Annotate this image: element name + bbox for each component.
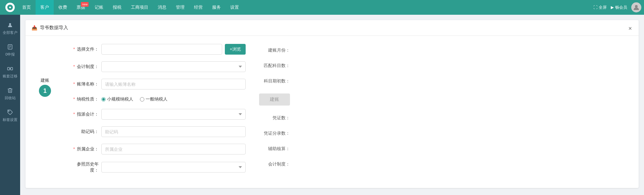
accountant-select[interactable]	[101, 109, 246, 120]
memo-label: 助记码：	[71, 129, 101, 135]
report-icon	[6, 43, 14, 51]
info-aux-account: 辅助核算：	[259, 146, 346, 152]
info-voucher-entries-label: 凭证分录数：	[259, 130, 293, 136]
svg-rect-7	[8, 67, 10, 70]
info-voucher-entries: 凭证分录数：	[259, 130, 346, 136]
radio-small-taxpayer[interactable]: 小规模纳税人	[101, 96, 133, 102]
create-account-button[interactable]: 建账	[259, 93, 290, 106]
sidebar-item-tag[interactable]: 标签设置	[0, 105, 20, 126]
info-subject-init-label: 科目期初数：	[259, 78, 293, 84]
ledger-name-input[interactable]	[101, 79, 246, 89]
nav-invoice[interactable]: 票据 new	[72, 0, 90, 15]
history-year-row: 参照历史年度：	[71, 161, 246, 173]
info-voucher: 凭证数：	[259, 115, 346, 121]
sidebar: 全部客户 0申报 账套迁移	[0, 15, 20, 195]
close-button[interactable]: ×	[627, 24, 633, 33]
nav-ledger[interactable]: 记账	[90, 0, 108, 15]
info-month: 建账月份：	[259, 47, 346, 53]
tax-radio-group: 小规模纳税人 一般纳税人	[101, 96, 246, 102]
nav-service[interactable]: 服务	[207, 0, 226, 15]
file-label: * 选择文件：	[71, 46, 101, 52]
migrate-icon	[6, 65, 14, 72]
dialog-body: 建账 1 * 选择文件： +浏览	[26, 36, 639, 188]
fullscreen-icon: ⛶	[593, 5, 597, 10]
accountant-row: * 指派会计：	[71, 109, 246, 120]
accountant-label: * 指派会计：	[71, 111, 101, 117]
file-row: * 选择文件： +浏览	[71, 44, 246, 55]
info-accounting2-label: 会计制度：	[259, 161, 293, 167]
info-match: 匹配科目数：	[259, 63, 346, 69]
radio-general-taxpayer[interactable]: 一般纳税人	[140, 96, 167, 102]
nav-operation[interactable]: 经营	[189, 0, 207, 15]
sidebar-item-recycle[interactable]: 回收站	[0, 83, 20, 104]
fullscreen-btn[interactable]: ⛶ 全屏	[593, 5, 607, 10]
tag-icon	[6, 109, 14, 116]
logo[interactable]	[3, 0, 17, 15]
sidebar-item-migrate[interactable]: 账套迁移	[0, 62, 20, 82]
trash-icon	[6, 87, 14, 94]
sidebar-item-all-clients[interactable]: 全部客户	[0, 18, 20, 39]
file-input-group: +浏览	[101, 44, 246, 55]
company-label: * 所属企业：	[71, 146, 101, 152]
file-input[interactable]	[101, 44, 222, 55]
tax-type-row: * 纳税性质： 小规模纳税人 一般纳税人	[71, 96, 246, 102]
dialog-panel: 📥 导爷数据导入 × 建账 1	[26, 20, 639, 188]
nav-home[interactable]: 首页	[17, 0, 36, 15]
svg-point-9	[8, 111, 9, 111]
import-icon: 📥	[32, 25, 37, 30]
nav-tax[interactable]: 报税	[108, 0, 126, 15]
company-input[interactable]	[101, 144, 246, 154]
step-section: 建账 1	[39, 44, 58, 180]
main-layout: 全部客户 0申报 账套迁移	[0, 15, 644, 195]
info-section: 建账月份： 匹配科目数： 科目期初数： 建账	[259, 44, 346, 180]
ledger-name-row: * 账簿名称：	[71, 79, 246, 89]
accounting-system-label: * 会计制度：	[71, 64, 101, 70]
info-aux-label: 辅助核算：	[259, 146, 293, 152]
member-icon: ▶	[611, 5, 614, 10]
dialog-header: 📥 导爷数据导入	[26, 20, 639, 36]
svg-point-2	[9, 23, 11, 25]
info-accounting-system2: 会计制度：	[259, 161, 346, 167]
new-badge: new	[81, 2, 89, 7]
info-voucher-label: 凭证数：	[259, 115, 293, 121]
company-row: * 所属企业：	[71, 144, 246, 154]
accounting-system-select[interactable]	[101, 61, 246, 72]
nav-bizproject[interactable]: 工商项目	[126, 0, 153, 15]
nav-message[interactable]: 消息	[153, 0, 171, 15]
memo-row: 助记码：	[71, 126, 246, 137]
memo-input[interactable]	[101, 126, 246, 137]
history-year-label: 参照历史年度：	[71, 161, 101, 173]
step-label: 建账	[41, 77, 49, 83]
step-badge: 建账 1	[39, 77, 51, 97]
info-match-label: 匹配科目数：	[259, 63, 293, 69]
nav-client[interactable]: 客户	[36, 0, 54, 15]
content-area: 📥 导爷数据导入 × 建账 1	[20, 15, 644, 195]
top-nav: 首页 客户 收费 票据 new 记账 报税 工商项目 消息 管理 经营 服务 设…	[0, 0, 644, 15]
nav-items: 首页 客户 收费 票据 new 记账 报税 工商项目 消息 管理 经营 服务 设…	[17, 0, 593, 15]
info-month-label: 建账月份：	[259, 47, 293, 53]
accounting-system-row: * 会计制度：	[71, 61, 246, 72]
history-year-select[interactable]	[101, 162, 246, 173]
nav-right: ⛶ 全屏 ▶ 畅会员	[593, 2, 641, 12]
ledger-name-label: * 账簿名称：	[71, 81, 101, 87]
member-btn[interactable]: ▶ 畅会员	[611, 5, 627, 10]
sidebar-item-report[interactable]: 0申报	[0, 40, 20, 60]
nav-manage[interactable]: 管理	[171, 0, 189, 15]
avatar[interactable]	[631, 2, 641, 12]
tax-type-label: * 纳税性质：	[71, 96, 101, 102]
dialog-title: 导爷数据导入	[40, 25, 68, 31]
person-icon	[6, 21, 14, 29]
form-section: * 选择文件： +浏览 * 会计制度：	[71, 44, 246, 180]
nav-fee[interactable]: 收费	[54, 0, 72, 15]
browse-button[interactable]: +浏览	[225, 44, 246, 55]
step-circle: 1	[39, 85, 51, 97]
svg-point-1	[635, 5, 638, 8]
info-subject-init: 科目期初数：	[259, 78, 346, 84]
nav-settings[interactable]: 设置	[226, 0, 244, 15]
